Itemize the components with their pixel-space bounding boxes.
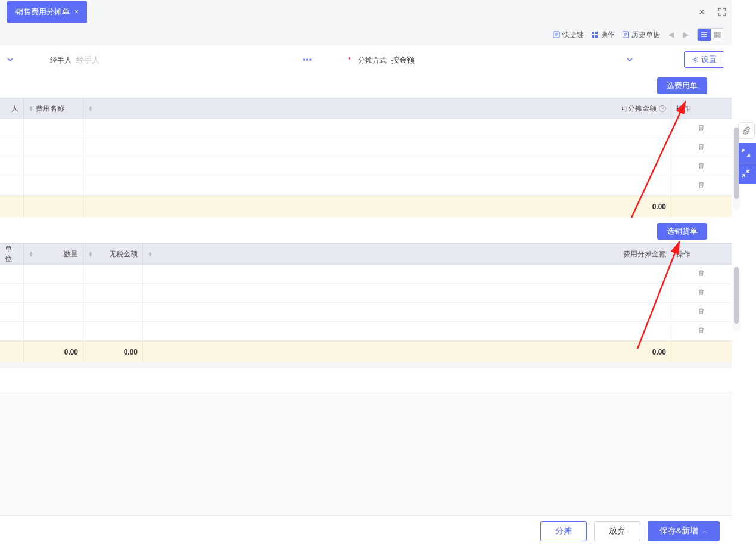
table-row[interactable] bbox=[0, 157, 732, 176]
settings-label: 设置 bbox=[701, 54, 717, 65]
select-expense-button[interactable]: 选费用单 bbox=[657, 77, 707, 94]
svg-rect-9 bbox=[718, 35, 720, 37]
table-row[interactable] bbox=[0, 138, 732, 157]
trash-icon[interactable] bbox=[698, 124, 705, 133]
table-row[interactable] bbox=[0, 265, 732, 284]
info-icon[interactable]: ? bbox=[659, 105, 666, 112]
method-label: 分摊方式 bbox=[358, 55, 387, 66]
t2-total-alloc: 0.00 bbox=[652, 348, 666, 356]
col-qty: 数量 bbox=[36, 249, 78, 259]
col-notax: 无税金额 bbox=[95, 249, 138, 259]
scrollbar[interactable] bbox=[733, 266, 740, 331]
svg-rect-7 bbox=[718, 32, 720, 34]
trash-icon[interactable] bbox=[698, 143, 705, 152]
tab-bar: 销售费用分摊单 × × bbox=[0, 0, 732, 24]
t1-total-amount: 0.00 bbox=[652, 203, 666, 211]
nav-next-icon[interactable]: ▶ bbox=[682, 30, 690, 39]
allocate-button[interactable]: 分摊 bbox=[540, 521, 587, 541]
save-new-button[interactable]: 保存&新增 ︿ bbox=[648, 521, 720, 541]
t2-total-qty: 0.00 bbox=[64, 348, 78, 356]
window-close-icon[interactable]: × bbox=[696, 6, 708, 18]
table-row[interactable] bbox=[0, 284, 732, 303]
col-alloc: 费用分摊金额 bbox=[623, 249, 666, 259]
trash-icon[interactable] bbox=[698, 181, 705, 190]
col-partial: 人 bbox=[11, 104, 18, 114]
save-new-label: 保存&新增 bbox=[659, 526, 698, 536]
svg-rect-1 bbox=[592, 32, 594, 34]
shortcut-label: 快捷键 bbox=[562, 30, 584, 40]
form-row: 经手人 经手人 ••• * 分摊方式 按金额 设置 bbox=[0, 45, 732, 75]
history-label: 历史单据 bbox=[631, 30, 660, 40]
svg-rect-8 bbox=[714, 35, 717, 37]
sort-icon[interactable] bbox=[88, 251, 93, 257]
sort-icon[interactable] bbox=[29, 106, 33, 111]
attachment-button[interactable] bbox=[738, 122, 755, 139]
discard-button[interactable]: 放弃 bbox=[594, 521, 640, 541]
select-sales-button[interactable]: 选销货单 bbox=[657, 223, 707, 240]
tab-active[interactable]: 销售费用分摊单 × bbox=[7, 1, 87, 23]
nav-prev-icon[interactable]: ◀ bbox=[667, 30, 675, 39]
secondary-toolbar: 快捷键 操作 历史单据 ◀ ▶ bbox=[0, 24, 732, 45]
operate-label: 操作 bbox=[601, 30, 615, 40]
tab-close-icon[interactable]: × bbox=[74, 8, 79, 16]
view-list-icon[interactable] bbox=[698, 29, 711, 41]
expense-table: 人 费用名称 可分摊金额 ? 操作 0.00 bbox=[0, 98, 732, 217]
sort-icon[interactable] bbox=[88, 106, 93, 111]
trash-icon[interactable] bbox=[698, 308, 705, 317]
trash-icon[interactable] bbox=[698, 162, 705, 171]
handler-more-icon[interactable]: ••• bbox=[303, 56, 312, 64]
svg-rect-3 bbox=[592, 35, 594, 38]
view-card-icon[interactable] bbox=[711, 29, 724, 41]
scrollbar[interactable] bbox=[733, 126, 740, 210]
col-operate: 操作 bbox=[676, 104, 690, 114]
col-unit: 单位 bbox=[5, 244, 18, 264]
tab-title: 销售费用分摊单 bbox=[15, 7, 70, 17]
svg-rect-2 bbox=[595, 32, 598, 34]
shortcut-button[interactable]: 快捷键 bbox=[553, 30, 584, 40]
table-row[interactable] bbox=[0, 303, 732, 322]
view-toggle bbox=[697, 28, 724, 41]
svg-rect-6 bbox=[714, 32, 717, 34]
required-star-icon: * bbox=[348, 56, 351, 64]
history-button[interactable]: 历史单据 bbox=[622, 30, 660, 40]
table-row[interactable] bbox=[0, 176, 732, 196]
chevron-down-icon[interactable] bbox=[6, 55, 14, 66]
col-name: 费用名称 bbox=[36, 104, 64, 114]
sort-icon[interactable] bbox=[29, 251, 33, 257]
t2-total-notax: 0.00 bbox=[124, 348, 138, 356]
trash-icon[interactable] bbox=[698, 269, 705, 278]
handler-field[interactable]: 经手人 经手人 ••• bbox=[50, 55, 312, 66]
settings-button[interactable]: 设置 bbox=[684, 51, 724, 68]
svg-point-10 bbox=[694, 58, 696, 61]
operate-button[interactable]: 操作 bbox=[591, 30, 615, 40]
table-row[interactable] bbox=[0, 119, 732, 138]
trash-icon[interactable] bbox=[698, 288, 705, 297]
col-operate2: 操作 bbox=[676, 249, 690, 259]
chevron-up-icon: ︿ bbox=[702, 527, 708, 535]
handler-input[interactable]: 经手人 bbox=[76, 55, 172, 66]
sales-table: 单位 数量 无税金额 费用分摊金额 操作 0.00 0.00 0.00 bbox=[0, 243, 732, 362]
svg-rect-4 bbox=[595, 35, 598, 38]
trash-icon[interactable] bbox=[698, 327, 705, 336]
footer-bar: 分摊 放弃 保存&新增 ︿ bbox=[0, 515, 732, 546]
method-value: 按金额 bbox=[391, 55, 415, 66]
blank-panel bbox=[0, 368, 732, 392]
chevron-down-icon[interactable] bbox=[626, 55, 634, 66]
table-row[interactable] bbox=[0, 322, 732, 341]
method-field[interactable]: * 分摊方式 按金额 bbox=[348, 55, 634, 66]
col-amount: 可分摊金额 bbox=[621, 104, 657, 114]
fullscreen-icon[interactable] bbox=[716, 6, 728, 18]
handler-label: 经手人 bbox=[50, 55, 71, 66]
sort-icon[interactable] bbox=[148, 251, 153, 257]
